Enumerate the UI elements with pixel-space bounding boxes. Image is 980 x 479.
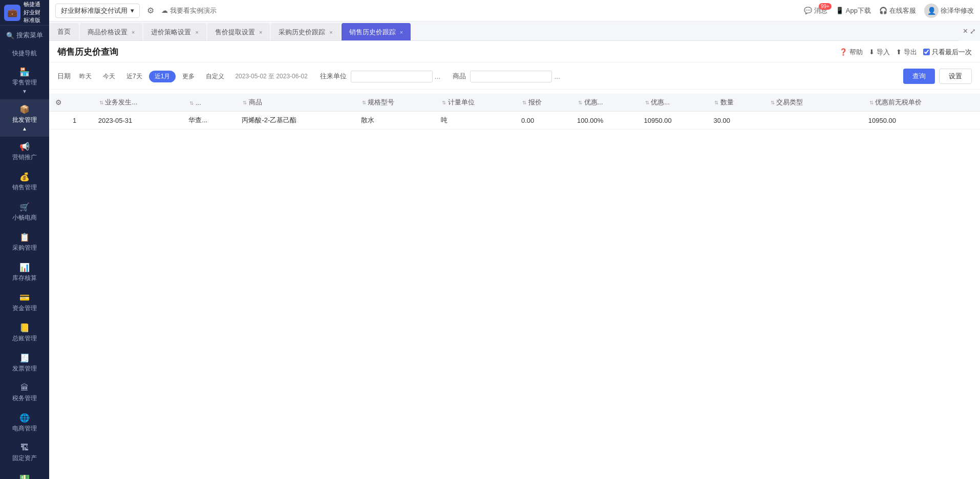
tab-expand-icon[interactable]: ⤢ [970, 27, 976, 35]
only-last-checkbox[interactable]: 只看最后一次 [923, 48, 972, 57]
tab-sale-price-settings[interactable]: 售价提取设置 × [207, 23, 270, 40]
main-wrapper: 好业财标准版交付试用 ▾ ⚙ ☁ 我要看实例演示 💬 消息 99+ 📱 App下… [49, 0, 980, 479]
salary-icon: 💵 [19, 473, 30, 479]
filter-actions: 查询 设置 [903, 69, 972, 84]
message-badge: 99+ [819, 3, 832, 10]
tab-close-sales-history[interactable]: × [400, 29, 403, 35]
help-button[interactable]: ❓ 帮助 [839, 48, 863, 57]
date-btn-today[interactable]: 今天 [98, 71, 120, 82]
settings-button[interactable]: 设置 [939, 69, 972, 84]
sidebar-item-inventory[interactable]: 📊 库存核算 [0, 257, 49, 288]
date-buttons: 昨天 今天 近7天 近1月 更多 自定义 [75, 71, 229, 82]
sidebar-item-retail[interactable]: 🏪 零售管理 ▼ [0, 62, 49, 99]
app-download-button[interactable]: 📱 App下载 [836, 6, 871, 15]
sidebar-item-ledger[interactable]: 📒 总账管理 [0, 318, 49, 348]
th-product[interactable]: ⇅ 商品 [237, 94, 355, 112]
th-quantity[interactable]: ⇅ 数量 [708, 94, 764, 112]
avatar: 👤 [924, 4, 939, 18]
tab-strategy-settings[interactable]: 进价策略设置 × [143, 23, 206, 40]
sidebar-search[interactable]: 🔍 搜索菜单 [0, 26, 49, 45]
online-service-button[interactable]: 🎧 在线客服 [879, 6, 916, 15]
sidebar-item-sales[interactable]: 💰 销售管理 [0, 167, 49, 197]
date-btn-last1month[interactable]: 近1月 [149, 71, 176, 82]
date-btn-more[interactable]: 更多 [178, 71, 199, 82]
customer-input[interactable] [351, 71, 433, 82]
th-spec[interactable]: ⇅ 规格型号 [356, 94, 436, 112]
purchase-icon: 📋 [19, 232, 30, 242]
th-unit[interactable]: ⇅ 计量单位 [436, 94, 516, 112]
tabs-container: 首页 商品价格设置 × 进价策略设置 × 售价提取设置 × 采购历史价跟踪 × … [49, 21, 980, 41]
product-filter-row: 商品 ... [453, 71, 560, 82]
tab-purchase-history[interactable]: 采购历史价跟踪 × [271, 23, 340, 40]
demo-button[interactable]: ☁ 我要看实例演示 [161, 6, 217, 15]
th-gear: ⚙ [49, 94, 68, 112]
sidebar-item-ecommerce-small[interactable]: 🛒 小畅电商 [0, 197, 49, 227]
sidebar-item-purchase[interactable]: 📋 采购管理 [0, 227, 49, 257]
marketing-icon: 📢 [19, 142, 30, 151]
th-discount1[interactable]: ⇅ 优惠... [572, 94, 639, 112]
demo-icon: ☁ [161, 7, 168, 14]
th-discount2[interactable]: ⇅ 优惠... [639, 94, 709, 112]
tab-close-sale-price[interactable]: × [259, 29, 262, 35]
tab-home[interactable]: 首页 [49, 23, 79, 40]
sidebar-item-wholesale[interactable]: 📦 批发管理 ▲ [0, 99, 49, 137]
product-input-group: ... [470, 71, 560, 82]
user-menu[interactable]: 👤 徐泽华修改 [924, 4, 974, 18]
td-gear [49, 112, 68, 129]
gear-icon[interactable]: ⚙ [55, 98, 62, 106]
tab-price-settings[interactable]: 商品价格设置 × [80, 23, 142, 40]
page-header: 销售历史价查询 ❓ 帮助 ⬇ 导入 ⬆ 导出 只看最后一次 [49, 41, 980, 62]
ecommerce-icon: 🌐 [19, 413, 30, 423]
app-download-icon: 📱 [836, 7, 844, 14]
sidebar-quick-nav[interactable]: 快捷导航 [0, 45, 49, 62]
sales-icon: 💰 [19, 172, 30, 182]
sidebar-item-marketing[interactable]: 📢 营销推广 [0, 137, 49, 167]
td-business-date: 2023-05-31 [93, 112, 184, 129]
sort-icon-quantity: ⇅ [714, 100, 718, 105]
retail-icon: 🏪 [19, 67, 30, 77]
date-btn-custom[interactable]: 自定义 [201, 71, 229, 82]
table-header-row: ⚙ ⇅ 业务发生... ⇅ ... ⇅ 商品 [49, 94, 980, 112]
td-spec: 散水 [356, 112, 436, 129]
product-input[interactable] [470, 71, 552, 82]
th-business-date[interactable]: ⇅ 业务发生... [93, 94, 184, 112]
tab-close-purchase-history[interactable]: × [329, 29, 332, 35]
help-icon: ❓ [839, 48, 847, 56]
product-dots[interactable]: ... [554, 72, 560, 80]
sidebar-item-ecommerce[interactable]: 🌐 电商管理 [0, 408, 49, 438]
date-btn-last7[interactable]: 近7天 [122, 71, 147, 82]
table-row: 1 2023-05-31 华查... 丙烯酸-2-乙基己酯 散水 吨 0.00 … [49, 112, 980, 129]
topbar-settings-icon[interactable]: ⚙ [145, 4, 156, 17]
th-trade-type[interactable]: ⇅ 交易类型 [764, 94, 845, 112]
sort-icon-up: ⇅ [99, 100, 103, 105]
sort-icon-pretax: ⇅ [869, 100, 874, 105]
sidebar-logo: 💼 畅捷通好业财 标准版 [0, 0, 49, 26]
sidebar-item-finance[interactable]: 💳 资金管理 [0, 288, 49, 318]
customer-dots[interactable]: ... [435, 72, 441, 80]
sidebar-item-assets[interactable]: 🏗 固定资产 [0, 438, 49, 468]
tab-close-strategy[interactable]: × [195, 29, 198, 35]
td-product: 丙烯酸-2-乙基己酯 [237, 112, 355, 129]
sidebar-item-invoice[interactable]: 🧾 发票管理 [0, 348, 49, 378]
import-button[interactable]: ⬇ 导入 [869, 48, 890, 57]
headset-icon: 🎧 [879, 7, 887, 14]
th-more[interactable]: ⇅ ... [183, 94, 237, 112]
sort-icon-price: ⇅ [522, 100, 526, 105]
only-last-input[interactable] [923, 49, 930, 55]
logo-text: 畅捷通好业财 标准版 [24, 1, 45, 24]
export-button[interactable]: ⬆ 导出 [896, 48, 917, 57]
message-button[interactable]: 💬 消息 99+ [804, 6, 827, 15]
th-price[interactable]: ⇅ 报价 [516, 94, 572, 112]
data-table: ⚙ ⇅ 业务发生... ⇅ ... ⇅ 商品 [49, 94, 980, 129]
sidebar-item-tax[interactable]: 🏛 税务管理 [0, 378, 49, 408]
ecommerce-small-icon: 🛒 [19, 202, 30, 212]
app-selector[interactable]: 好业财标准版交付试用 ▾ [55, 4, 140, 18]
date-btn-yesterday[interactable]: 昨天 [75, 71, 96, 82]
tab-close-price[interactable]: × [132, 29, 135, 35]
th-pretax-price[interactable]: ⇅ 优惠前无税单价 [863, 94, 980, 112]
tab-sales-history[interactable]: 销售历史价跟踪 × [342, 23, 411, 40]
tab-close-all-icon[interactable]: × [963, 27, 968, 36]
th-seq [68, 94, 93, 112]
query-button[interactable]: 查询 [903, 69, 935, 84]
sidebar-item-salary[interactable]: 💵 工资 [0, 468, 49, 479]
